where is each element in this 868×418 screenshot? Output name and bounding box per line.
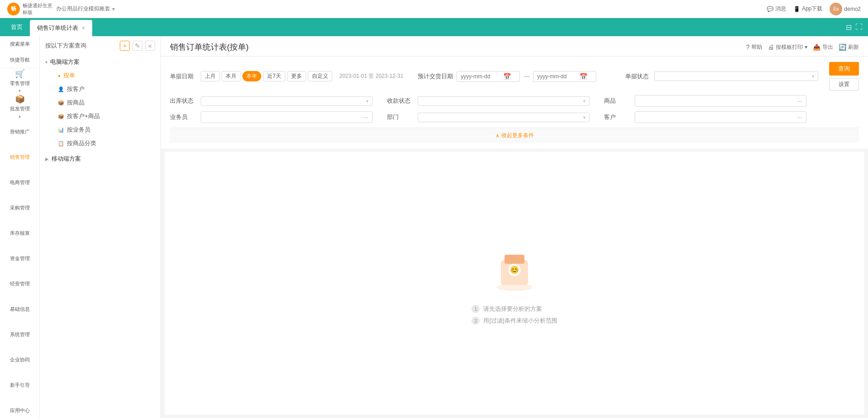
sidebar-item-basic[interactable]: 基础信息 xyxy=(0,296,39,322)
expected-date-end-input[interactable] xyxy=(537,73,578,80)
date-btn-last-month[interactable]: 上月 xyxy=(201,71,220,81)
print-action[interactable]: 🖨 按模板打印 ▾ xyxy=(768,43,807,51)
payment-status-select[interactable]: ▾ xyxy=(418,96,590,106)
customer-input[interactable]: ··· xyxy=(635,111,807,123)
sidebar-item-system[interactable]: 系统管理 xyxy=(0,322,39,347)
expected-date-start-input[interactable] xyxy=(461,73,501,80)
window-expand-icon[interactable]: ⛶ xyxy=(855,23,863,31)
customer-dots[interactable]: ··· xyxy=(797,114,802,121)
filter-row-3: 业务员 ··· 部门 ▾ 客户 ··· xyxy=(170,111,859,123)
help-icon: ? xyxy=(746,43,750,51)
query-button[interactable]: 查询 xyxy=(829,62,859,76)
left-panel-header: 按以下方案查询 + ✎ « xyxy=(40,36,160,55)
tree-item-by-product[interactable]: 📦 按商品 xyxy=(40,96,160,109)
sidebar-item-sales[interactable]: 销售管理 xyxy=(0,144,39,170)
salesperson-icon: 📊 xyxy=(58,127,64,133)
date-btn-last-7[interactable]: 近7天 xyxy=(263,71,285,81)
department-select[interactable]: ▾ xyxy=(418,113,590,122)
message-action[interactable]: 💬 消息 xyxy=(767,5,786,13)
department-arrow-icon: ▾ xyxy=(583,115,585,120)
sidebar-item-enterprise[interactable]: 企业协同 xyxy=(0,347,39,372)
tip-num-2: 2 xyxy=(472,317,480,325)
export-icon: 📤 xyxy=(813,43,821,51)
date-btn-custom[interactable]: 自定义 xyxy=(308,71,332,81)
sidebar-item-purchase[interactable]: 采购管理 xyxy=(0,195,39,220)
tree-arrow-icon: ▾ xyxy=(45,60,47,65)
window-minimize-icon[interactable]: ⊟ xyxy=(846,23,852,32)
refresh-action[interactable]: 🔄 刷新 xyxy=(839,43,859,51)
date-btn-more[interactable]: 更多 xyxy=(287,71,306,81)
sidebar-item-inventory[interactable]: 库存核算 xyxy=(0,220,39,246)
breadcrumb-dropdown-icon[interactable]: ▾ xyxy=(112,6,115,12)
left-panel-actions: + ✎ « xyxy=(120,41,155,51)
salesperson-label: 业务员 xyxy=(170,113,195,121)
department-label: 部门 xyxy=(387,113,412,121)
empty-state: 😊 1 请先选择要分析的方案 2 用[过滤]条件来缩小分析范围 xyxy=(165,152,864,414)
customer-icon: 👤 xyxy=(58,86,64,92)
shipment-label: 出库状态 xyxy=(170,97,195,105)
date-btn-this-year[interactable]: 本年 xyxy=(242,71,261,81)
app-download-action[interactable]: 📱 App下载 xyxy=(793,5,822,13)
mobile-arrow-icon: ▶ xyxy=(45,157,49,162)
calendar-start-icon[interactable]: 📅 xyxy=(503,73,511,80)
wholesale-icon: 📦 xyxy=(15,94,25,104)
sidebar-item-retail[interactable]: 🛒 零售管理 ▾ xyxy=(0,68,39,94)
tree-item-by-customer[interactable]: 👤 按客户 xyxy=(40,82,160,96)
sidebar-item-ecommerce[interactable]: 电商管理 xyxy=(0,170,39,195)
expected-date-label: 预计交货日期 xyxy=(418,72,453,81)
download-icon: 📱 xyxy=(793,6,800,12)
tree-item-by-salesperson[interactable]: 📊 按业务员 xyxy=(40,123,160,137)
product-input[interactable]: ··· xyxy=(635,95,807,107)
print-icon: 🖨 xyxy=(768,43,774,51)
export-action[interactable]: 📤 导出 xyxy=(813,43,833,51)
settings-button[interactable]: 设置 xyxy=(829,78,859,90)
date-quick-btns: 上月 本月 本年 近7天 更多 自定义 xyxy=(201,71,332,81)
calendar-end-icon[interactable]: 📅 xyxy=(580,73,587,80)
tab-close-icon[interactable]: × xyxy=(82,25,85,31)
date-separator: — xyxy=(524,73,529,80)
add-scheme-button[interactable]: + xyxy=(120,41,130,51)
sidebar-shortcut-nav[interactable]: 快捷导航 xyxy=(0,52,39,68)
tree-parent-mobile[interactable]: ▶ 移动端方案 xyxy=(40,152,160,166)
tree-section-pc: ▾ 电脑端方案 ● 按单 👤 按客户 📦 按商品 📦 按客户+商品 xyxy=(40,55,160,150)
sidebar-item-newbie[interactable]: 新手引导 xyxy=(0,372,39,398)
sidebar-search-menu[interactable]: 搜索菜单 xyxy=(0,36,39,52)
tab-bar: 首页 销售订单统计表 × ⊟ ⛶ xyxy=(0,18,868,36)
user-action[interactable]: Ea demo2 xyxy=(830,3,861,15)
active-dot-icon: ● xyxy=(58,73,61,78)
product-dots[interactable]: ··· xyxy=(797,97,802,104)
edit-scheme-button[interactable]: ✎ xyxy=(132,41,142,51)
empty-svg: 😊 xyxy=(487,242,542,296)
wholesale-expand-icon: ▴ xyxy=(19,114,21,119)
customer-product-icon: 📦 xyxy=(58,114,64,119)
tab-sales-order[interactable]: 销售订单统计表 × xyxy=(30,20,92,36)
logo-text: 畅捷通好生意 标版 xyxy=(23,2,52,15)
customer-label: 客户 xyxy=(604,113,629,121)
sidebar-item-wholesale[interactable]: 📦 批发管理 ▴ xyxy=(0,94,39,119)
shipment-status-select[interactable]: ▾ xyxy=(201,96,373,106)
expected-date-end[interactable]: 📅 xyxy=(533,71,596,82)
tree-item-by-order[interactable]: ● 按单 xyxy=(40,69,160,82)
tree-parent-pc[interactable]: ▾ 电脑端方案 xyxy=(40,55,160,69)
refresh-icon: 🔄 xyxy=(839,43,846,51)
tree-section-mobile: ▶ 移动端方案 xyxy=(40,152,160,166)
product-label: 商品 xyxy=(604,97,629,105)
order-status-arrow-icon: ▾ xyxy=(812,74,814,79)
salesperson-dots[interactable]: ··· xyxy=(363,114,368,121)
salesperson-input[interactable]: ··· xyxy=(201,111,373,123)
sidebar-item-finance[interactable]: 资金管理 xyxy=(0,246,39,271)
payment-label: 收款状态 xyxy=(387,97,412,105)
tab-home[interactable]: 首页 xyxy=(4,18,30,36)
sidebar-item-marketing[interactable]: 营销推广 xyxy=(0,119,39,144)
expected-date-start[interactable]: 📅 xyxy=(457,71,520,82)
tree-item-by-category[interactable]: 📋 按商品分类 xyxy=(40,137,160,150)
collapse-panel-button[interactable]: « xyxy=(145,41,155,51)
collapse-row[interactable]: ∧ 收起更多条件 xyxy=(170,128,859,143)
tree-item-by-customer-product[interactable]: 📦 按客户+商品 xyxy=(40,109,160,123)
help-action[interactable]: ? 帮助 xyxy=(746,43,762,51)
sidebar-item-operation[interactable]: 经营管理 xyxy=(0,271,39,296)
order-status-select[interactable]: ▾ xyxy=(654,71,818,81)
date-btn-this-month[interactable]: 本月 xyxy=(222,71,241,81)
sidebar-item-appstore[interactable]: 应用中心 xyxy=(0,398,39,418)
print-dropdown-icon: ▾ xyxy=(805,44,807,50)
